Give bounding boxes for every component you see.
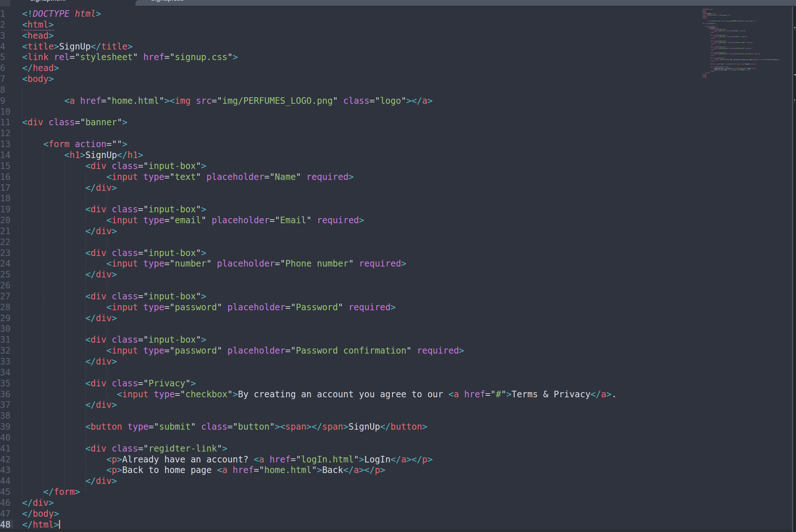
code-line: 41 <div class="regidter-link">	[0, 444, 617, 454]
line-number[interactable]: 1	[0, 9, 13, 20]
minimap-content: <!DOCTYPE html><html><head><title>SignUp…	[702, 9, 714, 78]
code-line: 27 <div class="input-box">	[0, 291, 617, 302]
line-number[interactable]: 13	[0, 139, 13, 150]
line-number[interactable]: 44	[0, 476, 13, 487]
line-number[interactable]: 35	[0, 378, 13, 389]
line-number[interactable]: 14	[0, 150, 13, 161]
line-number[interactable]: 45	[0, 487, 13, 498]
adjacent-pane-sliver	[794, 7, 796, 532]
adjacent-pane-fragment	[794, 27, 796, 28]
line-number[interactable]: 21	[0, 226, 13, 237]
code-line: 46</div>	[0, 498, 617, 509]
code-line: 43 <p>Back to home page <a href="home.ht…	[0, 465, 617, 476]
code-line: 30	[0, 324, 617, 335]
code-line: 14 <h1>SignUp</h1>	[0, 150, 617, 161]
editor-pane[interactable]: 1<!DOCTYPE html>2<html>3<head>4<title>Si…	[0, 7, 792, 532]
tab-signup-html[interactable]: signup.html	[10, 0, 135, 7]
tab-signup-html-label: signup.html	[30, 0, 66, 3]
code-line: 2<html>	[0, 20, 617, 31]
line-number[interactable]: 2	[0, 20, 13, 31]
code-line: </div>	[702, 43, 714, 45]
line-number[interactable]: 32	[0, 346, 13, 356]
line-number[interactable]: 24	[0, 259, 13, 269]
code-line: 42 <p>Already have an account? <a href="…	[0, 454, 617, 465]
line-number[interactable]: 19	[0, 204, 13, 215]
line-number[interactable]: 29	[0, 313, 13, 324]
line-number[interactable]: 41	[0, 444, 13, 454]
tab-signup-css-label: signup.css	[151, 0, 184, 3]
line-number[interactable]: 47	[0, 509, 13, 520]
tab-bar-left-block	[0, 0, 10, 7]
line-number[interactable]: 5	[0, 52, 13, 63]
line-number[interactable]: 10	[0, 107, 13, 118]
code-line: </html>	[702, 76, 714, 78]
code-line: 29 </div>	[0, 313, 617, 324]
line-number[interactable]: 39	[0, 422, 13, 433]
line-number[interactable]: 11	[0, 117, 13, 128]
line-number[interactable]: 28	[0, 302, 13, 313]
code-line: 25 </div>	[0, 269, 617, 280]
code-line: 15 <div class="input-box">	[0, 161, 617, 172]
line-number[interactable]: 22	[0, 237, 13, 248]
code-line: <button type="submit" class="button"><sp…	[702, 63, 714, 65]
line-number[interactable]: 46	[0, 498, 13, 509]
line-number[interactable]: 8	[0, 85, 13, 96]
code-line: 31 <div class="input-box">	[0, 335, 617, 346]
code-line: 33 </div>	[0, 356, 617, 367]
line-number[interactable]: 4	[0, 42, 13, 52]
line-number[interactable]: 43	[0, 465, 13, 476]
line-number[interactable]: 34	[0, 367, 13, 378]
code-line: 44 </div>	[0, 476, 617, 487]
code-line: </div>	[702, 60, 714, 62]
line-number[interactable]: 25	[0, 269, 13, 280]
code-line: 35 <div class="Privacy">	[0, 378, 617, 389]
line-number[interactable]: 26	[0, 280, 13, 291]
code-line: 32 <input type="password" placeholder="P…	[0, 346, 617, 356]
line-number[interactable]: 7	[0, 74, 13, 85]
code-line: 20 <input type="email" placeholder="Emai…	[0, 215, 617, 226]
adjacent-pane-fragment	[794, 29, 795, 29]
code-line: 6</head>	[0, 63, 617, 74]
code-line: 18	[0, 193, 617, 204]
code-line: 9 <a href="home.html"><img src="img/PERF…	[0, 96, 617, 107]
line-number[interactable]: 12	[0, 128, 13, 139]
tab-signup-css[interactable]: signup.css	[135, 0, 796, 7]
code-editor-window: signup.html signup.css 1<!DOCTYPE html>2…	[0, 0, 796, 532]
line-number[interactable]: 37	[0, 400, 13, 411]
line-number[interactable]: 9	[0, 96, 13, 107]
line-number[interactable]: 23	[0, 248, 13, 259]
code-line: <a href="home.html"><img src="img/PERFUM…	[702, 20, 714, 22]
code-line: 12	[0, 128, 617, 139]
bottom-pane-edge	[0, 529, 792, 532]
line-number[interactable]: 15	[0, 161, 13, 172]
code-line: 13 <form action="">	[0, 139, 617, 150]
line-number[interactable]: 31	[0, 335, 13, 346]
code-line: 3<head>	[0, 31, 617, 42]
line-number[interactable]: 27	[0, 291, 13, 302]
line-number[interactable]: 38	[0, 411, 13, 422]
line-number[interactable]: 3	[0, 31, 13, 42]
code-line: 26	[0, 280, 617, 291]
text-cursor	[59, 520, 60, 529]
line-number[interactable]: 6	[0, 63, 13, 74]
code-line: 24 <input type="number" placeholder="Pho…	[0, 259, 617, 269]
code-line: 7<body>	[0, 74, 617, 85]
line-number[interactable]: 16	[0, 172, 13, 183]
code-line: 37 </div>	[0, 400, 617, 411]
line-number[interactable]: 40	[0, 433, 13, 444]
line-number[interactable]: 33	[0, 356, 13, 367]
line-number[interactable]: 36	[0, 389, 13, 400]
code-line: 10	[0, 107, 617, 118]
code-line: 39 <button type="submit" class="button">…	[0, 422, 617, 433]
minimap[interactable]: <!DOCTYPE html><html><head><title>SignUp…	[702, 9, 789, 285]
line-number[interactable]: 30	[0, 324, 13, 335]
code-line: 21 </div>	[0, 226, 617, 237]
line-number[interactable]: 17	[0, 183, 13, 194]
line-number[interactable]: 42	[0, 454, 13, 465]
code-line: 47</body>	[0, 509, 617, 520]
line-number[interactable]: 20	[0, 215, 13, 226]
code-line: <div class="banner">	[702, 23, 714, 25]
line-number[interactable]: 18	[0, 193, 13, 204]
code-line: </div>	[702, 49, 714, 51]
code-line: 45 </form>	[0, 487, 617, 498]
